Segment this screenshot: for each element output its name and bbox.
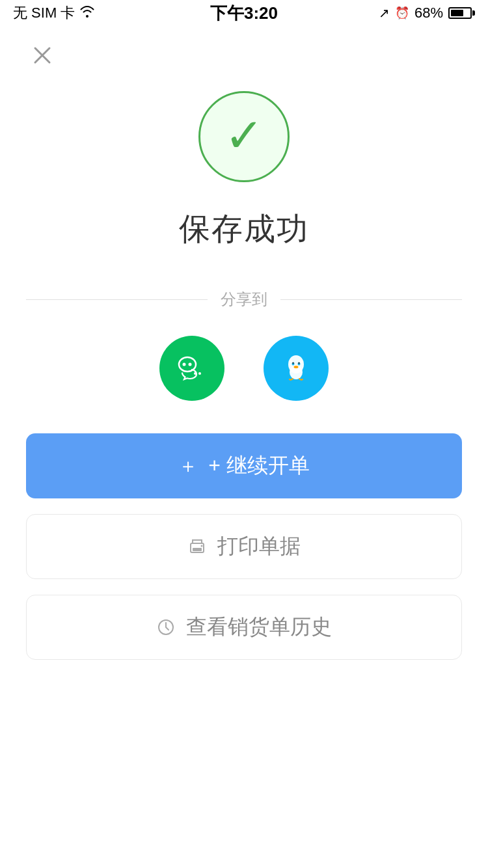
- continue-label: + 继续开单: [208, 452, 310, 480]
- share-label: 分享到: [221, 289, 267, 310]
- svg-point-3: [183, 363, 186, 366]
- svg-point-13: [292, 362, 293, 364]
- status-bar: 无 SIM 卡 下午3:20 ↗ ⏰ 68%: [0, 0, 488, 26]
- wifi-icon: [80, 5, 94, 21]
- svg-point-19: [201, 545, 203, 547]
- qq-share-button[interactable]: [264, 336, 329, 401]
- status-right: ↗ ⏰ 68%: [379, 5, 475, 21]
- history-icon: [156, 617, 176, 637]
- share-section: 分享到: [26, 289, 462, 401]
- close-button[interactable]: [26, 39, 59, 72]
- plus-icon: ＋: [178, 453, 198, 480]
- check-icon: ✓: [224, 112, 264, 159]
- share-icons-row: [26, 336, 462, 401]
- svg-rect-18: [193, 548, 202, 551]
- success-circle: ✓: [198, 91, 290, 182]
- battery-icon: [448, 7, 475, 19]
- print-button[interactable]: 打印单据: [26, 514, 462, 579]
- divider-right: [280, 299, 462, 300]
- svg-point-5: [194, 372, 197, 375]
- svg-point-6: [198, 372, 201, 375]
- carrier-label: 无 SIM 卡: [13, 3, 75, 23]
- main-content: ✓ 保存成功 分享到: [0, 26, 488, 686]
- alarm-icon: ⏰: [395, 6, 409, 20]
- print-label: 打印单据: [217, 532, 301, 561]
- svg-point-16: [294, 366, 299, 368]
- printer-icon: [187, 537, 207, 556]
- status-left: 无 SIM 卡: [13, 3, 94, 23]
- svg-point-15: [298, 362, 299, 364]
- wechat-share-button[interactable]: [159, 336, 224, 401]
- status-time: 下午3:20: [210, 2, 278, 25]
- svg-point-4: [189, 363, 192, 366]
- success-title: 保存成功: [179, 208, 309, 250]
- continue-button[interactable]: ＋ + 继续开单: [26, 433, 462, 498]
- share-divider-row: 分享到: [26, 289, 462, 310]
- location-icon: ↗: [379, 5, 390, 21]
- actions-section: ＋ + 继续开单 打印单据 查看销货单历: [26, 433, 462, 660]
- battery-label: 68%: [414, 5, 443, 21]
- divider-left: [26, 299, 208, 300]
- history-label: 查看销货单历史: [186, 613, 332, 642]
- history-button[interactable]: 查看销货单历史: [26, 595, 462, 660]
